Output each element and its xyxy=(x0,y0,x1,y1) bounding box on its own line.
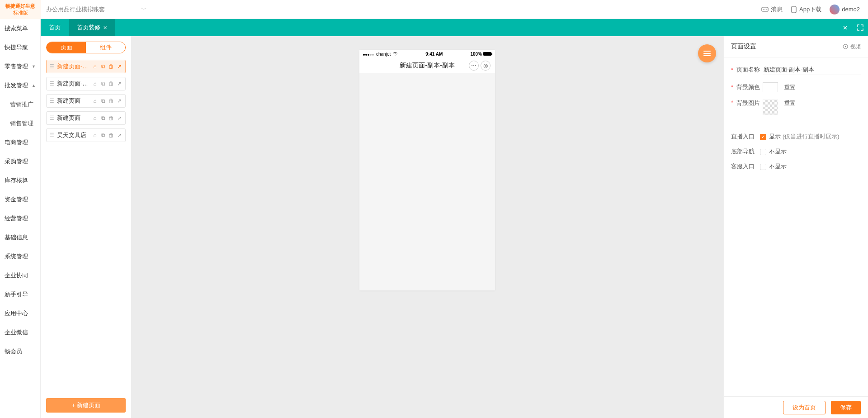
copy-icon[interactable]: ⧉ xyxy=(100,98,106,104)
sidebar-item-retail[interactable]: 零售管理▼ xyxy=(0,57,40,76)
logo[interactable]: 畅捷通好生意 标准版 xyxy=(0,0,41,19)
sidebar-item-search[interactable]: 搜索菜单 xyxy=(0,19,40,38)
home-icon[interactable]: ⌂ xyxy=(92,98,98,104)
tab-bar: 首页 首页装修 ✕ ✕ xyxy=(41,19,868,36)
sidebar-item-collab[interactable]: 企业协同 xyxy=(0,266,40,285)
canvas: chanjet 9:41 AM 100% 新建页面-副本-副本 ⋯ xyxy=(131,36,723,418)
label-page-name: 页面名称 xyxy=(736,66,763,74)
set-home-button[interactable]: 设为首页 xyxy=(783,401,826,414)
logo-brand: 畅捷通好生意 xyxy=(5,3,35,10)
tab-decoration[interactable]: 首页装修 ✕ xyxy=(69,19,115,36)
save-button[interactable]: 保存 xyxy=(831,401,861,414)
segment-page[interactable]: 页面 xyxy=(47,42,86,53)
sidebar-item-finance[interactable]: 资金管理 xyxy=(0,190,40,209)
wifi-icon xyxy=(392,52,398,56)
sidebar-item-marketing[interactable]: 营销推广 xyxy=(0,95,40,114)
required-mark: * xyxy=(731,100,734,106)
delete-icon[interactable]: 🗑 xyxy=(108,115,114,121)
topbar: 畅捷通好生意 标准版 办公用品行业模拟账套 ﹀ 消息 App下载 demo2 xyxy=(0,0,868,19)
new-page-button[interactable]: + 新建页面 xyxy=(46,398,126,413)
share-icon[interactable]: ↗ xyxy=(116,132,123,138)
sidebar-item-member[interactable]: 畅会员 xyxy=(0,342,40,361)
label-bottom-nav: 底部导航 xyxy=(731,148,760,156)
page-row[interactable]: ☰ 昊天文具店 ⌂ ⧉ 🗑 ↗ xyxy=(46,128,126,142)
share-icon[interactable]: ↗ xyxy=(116,115,123,121)
account-selector[interactable]: 办公用品行业模拟账套 ﹀ xyxy=(46,5,147,14)
sidebar-item-sales[interactable]: 销售管理 xyxy=(0,114,40,133)
bg-color-swatch[interactable] xyxy=(763,82,778,92)
phone-header: 新建页面-副本-副本 ⋯ ◎ xyxy=(359,58,495,73)
delete-icon[interactable]: 🗑 xyxy=(108,81,114,87)
messages-button[interactable]: 消息 xyxy=(761,5,783,14)
page-row[interactable]: ☰ 新建页面-副本 ⌂ ⧉ 🗑 ↗ xyxy=(46,77,126,90)
label-cs-entry: 客服入口 xyxy=(731,163,760,171)
sidebar-item-ecommerce[interactable]: 电商管理 xyxy=(0,133,40,152)
right-panel: 页面设置 视频 * 页面名称 * 背景颜色 xyxy=(723,36,868,418)
component-drawer-toggle[interactable] xyxy=(698,44,716,62)
delete-icon[interactable]: 🗑 xyxy=(108,132,114,138)
chevron-down-icon: ﹀ xyxy=(141,5,147,14)
page-row[interactable]: ☰ 新建页面 ⌂ ⧉ 🗑 ↗ xyxy=(46,111,126,125)
app-download-label: App下载 xyxy=(799,5,821,14)
right-panel-title: 页面设置 xyxy=(731,43,756,51)
user-menu[interactable]: demo2 xyxy=(830,5,860,14)
drag-icon[interactable]: ☰ xyxy=(49,63,54,70)
checkbox-bottom-nav[interactable] xyxy=(760,149,766,155)
copy-icon[interactable]: ⧉ xyxy=(100,115,106,121)
sidebar-item-appcenter[interactable]: 应用中心 xyxy=(0,304,40,323)
segment-control: 页面 组件 xyxy=(46,42,126,53)
live-hint: (仅当进行直播时展示) xyxy=(783,133,839,141)
home-icon[interactable]: ⌂ xyxy=(92,63,98,70)
segment-component[interactable]: 组件 xyxy=(86,42,125,53)
account-name: 办公用品行业模拟账套 xyxy=(46,5,105,14)
input-page-name[interactable] xyxy=(763,65,861,75)
reset-bg-image[interactable]: 重置 xyxy=(784,100,795,107)
tab-home[interactable]: 首页 xyxy=(41,19,69,36)
svg-point-2 xyxy=(764,9,765,10)
app-download-button[interactable]: App下载 xyxy=(791,5,821,14)
drag-icon[interactable]: ☰ xyxy=(49,132,54,138)
sidebar-item-guide[interactable]: 新手引导 xyxy=(0,285,40,304)
sidebar-item-system[interactable]: 系统管理 xyxy=(0,247,40,266)
menu-icon xyxy=(703,51,711,56)
copy-icon[interactable]: ⧉ xyxy=(100,132,106,138)
required-mark: * xyxy=(731,67,734,73)
topbar-right: 消息 App下载 demo2 xyxy=(761,5,868,14)
delete-icon[interactable]: 🗑 xyxy=(108,98,114,104)
svg-point-1 xyxy=(763,9,764,10)
triangle-down-icon: ▼ xyxy=(32,64,36,69)
tab-close-all[interactable]: ✕ xyxy=(837,24,853,31)
capsule-more-icon: ⋯ xyxy=(469,61,479,71)
drag-icon[interactable]: ☰ xyxy=(49,115,54,121)
sidebar-item-purchase[interactable]: 采购管理 xyxy=(0,152,40,171)
reset-bg-color[interactable]: 重置 xyxy=(784,84,795,91)
home-icon[interactable]: ⌂ xyxy=(92,115,98,121)
page-row[interactable]: ☰ 新建页面 ⌂ ⧉ 🗑 ↗ xyxy=(46,94,126,108)
share-icon[interactable]: ↗ xyxy=(116,63,123,70)
home-icon[interactable]: ⌂ xyxy=(92,132,98,138)
copy-icon[interactable]: ⧉ xyxy=(100,63,106,70)
fullscreen-icon[interactable] xyxy=(853,24,868,31)
sidebar-item-inventory[interactable]: 库存核算 xyxy=(0,171,40,190)
bg-image-picker[interactable] xyxy=(763,100,778,115)
delete-icon[interactable]: 🗑 xyxy=(108,63,114,70)
share-icon[interactable]: ↗ xyxy=(116,98,123,104)
home-icon[interactable]: ⌂ xyxy=(92,81,98,87)
checkbox-live-entry[interactable]: ✓ xyxy=(760,134,766,140)
username: demo2 xyxy=(842,6,860,13)
page-row[interactable]: ☰ 新建页面-副本-... ⌂ ⧉ 🗑 ↗ xyxy=(46,60,126,73)
close-icon[interactable]: ✕ xyxy=(103,25,107,31)
checkbox-cs-entry[interactable] xyxy=(760,164,766,170)
sidebar-item-wecom[interactable]: 企业微信 xyxy=(0,323,40,342)
sidebar-item-basicinfo[interactable]: 基础信息 xyxy=(0,228,40,247)
sidebar-item-operation[interactable]: 经营管理 xyxy=(0,209,40,228)
page-name: 新建页面 xyxy=(57,97,89,105)
video-help-link[interactable]: 视频 xyxy=(843,43,861,51)
sidebar-item-wholesale[interactable]: 批发管理▲ xyxy=(0,76,40,95)
phone-body[interactable] xyxy=(359,73,495,290)
drag-icon[interactable]: ☰ xyxy=(49,81,54,87)
share-icon[interactable]: ↗ xyxy=(116,81,123,87)
copy-icon[interactable]: ⧉ xyxy=(100,81,106,87)
drag-icon[interactable]: ☰ xyxy=(49,98,54,104)
sidebar-item-quicknav[interactable]: 快捷导航 xyxy=(0,38,40,57)
